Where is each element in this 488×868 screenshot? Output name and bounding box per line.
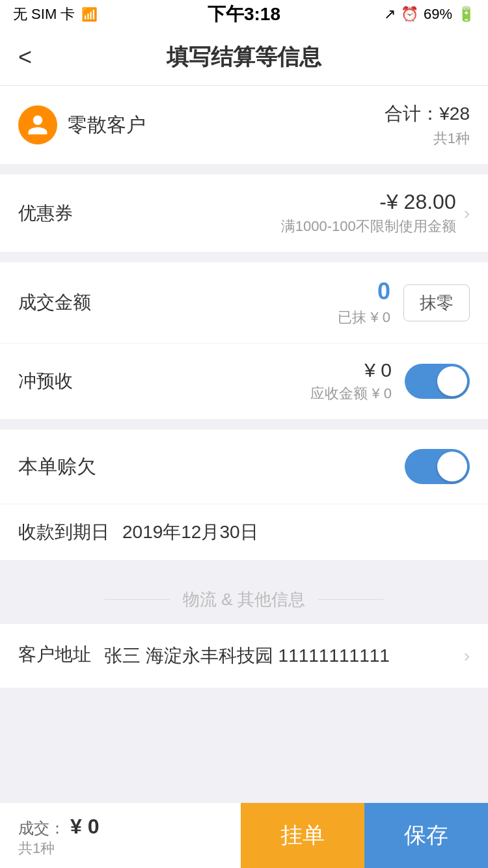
coupon-value: -¥ 28.00 满1000-100不限制使用金额 bbox=[281, 190, 456, 236]
charge-sub: 应收金额 ¥ 0 bbox=[310, 384, 392, 403]
battery-icon: 🔋 bbox=[457, 6, 475, 23]
charge-row: 冲预收 ¥ 0 应收金额 ¥ 0 bbox=[0, 343, 488, 419]
charge-value-wrap: ¥ 0 应收金额 ¥ 0 bbox=[310, 359, 392, 403]
round-zero-button[interactable]: 抹零 bbox=[403, 284, 470, 321]
charge-label: 冲预收 bbox=[18, 369, 73, 394]
discount-amount: -¥ 28.00 bbox=[281, 190, 456, 214]
carrier-label: 无 SIM 卡 bbox=[13, 5, 75, 24]
deal-sub: 已抹 ¥ 0 bbox=[338, 308, 390, 327]
coupon-section: 优惠券 -¥ 28.00 满1000-100不限制使用金额 › bbox=[0, 174, 488, 252]
debt-row: 本单赊欠 bbox=[0, 429, 488, 504]
debt-toggle[interactable] bbox=[405, 449, 470, 484]
location-icon: ↗ bbox=[384, 6, 396, 23]
logistics-label: 物流 & 其他信息 bbox=[105, 588, 383, 611]
due-date-row[interactable]: 收款到期日 2019年12月30日 bbox=[0, 504, 488, 560]
total-amount: 合计：¥28 bbox=[385, 102, 470, 126]
customer-section: 零散客户 合计：¥28 共1种 bbox=[0, 86, 488, 164]
bottom-deal-label: 成交： bbox=[18, 818, 65, 839]
nav-bar: < 填写结算等信息 bbox=[0, 29, 488, 86]
deal-amount-label: 成交金额 bbox=[18, 290, 91, 315]
status-right: ↗ ⏰ 69% 🔋 bbox=[384, 6, 475, 23]
back-button[interactable]: < bbox=[18, 44, 32, 71]
bottom-bar: 成交： ¥ 0 共1种 挂单 保存 bbox=[0, 803, 488, 868]
due-date-value: 2019年12月30日 bbox=[122, 520, 258, 545]
save-button[interactable]: 保存 bbox=[364, 803, 488, 868]
alarm-icon: ⏰ bbox=[401, 6, 418, 23]
address-label: 客户地址 bbox=[18, 642, 91, 667]
charge-right: ¥ 0 应收金额 ¥ 0 bbox=[310, 359, 470, 403]
logistics-divider: 物流 & 其他信息 bbox=[0, 571, 488, 624]
wifi-icon: 📶 bbox=[81, 7, 98, 22]
bottom-info: 成交： ¥ 0 共1种 bbox=[0, 813, 241, 858]
chevron-right-icon: › bbox=[464, 203, 470, 224]
debt-toggle-knob bbox=[437, 452, 467, 481]
due-date-label: 收款到期日 bbox=[18, 520, 109, 545]
deal-value-wrap: 0 已抹 ¥ 0 bbox=[338, 278, 390, 327]
charge-value: ¥ 0 bbox=[310, 359, 392, 381]
customer-total: 合计：¥28 共1种 bbox=[385, 102, 470, 148]
customer-row: 零散客户 合计：¥28 共1种 bbox=[0, 86, 488, 164]
coupon-row[interactable]: 优惠券 -¥ 28.00 满1000-100不限制使用金额 › bbox=[0, 174, 488, 252]
deal-amount-row: 成交金额 0 已抹 ¥ 0 抹零 bbox=[0, 262, 488, 343]
page-title: 填写结算等信息 bbox=[167, 42, 321, 72]
bottom-count: 共1种 bbox=[18, 839, 223, 858]
address-value: 张三 海淀永丰科技园 11111111111 bbox=[104, 642, 390, 670]
main-content: 零散客户 合计：¥28 共1种 优惠券 -¥ 28.00 满1000-100不限… bbox=[0, 86, 488, 770]
debt-label: 本单赊欠 bbox=[18, 454, 96, 480]
status-left: 无 SIM 卡 📶 bbox=[13, 5, 98, 24]
avatar bbox=[18, 105, 57, 144]
coupon-label: 优惠券 bbox=[18, 201, 73, 226]
address-chevron-icon: › bbox=[464, 645, 470, 666]
deal-section: 成交金额 0 已抹 ¥ 0 抹零 冲预收 ¥ 0 应收金额 ¥ 0 bbox=[0, 262, 488, 419]
coupon-right: -¥ 28.00 满1000-100不限制使用金额 › bbox=[281, 190, 470, 236]
customer-left: 零散客户 bbox=[18, 105, 146, 144]
logistics-text: 物流 & 其他信息 bbox=[183, 588, 305, 611]
deal-right: 0 已抹 ¥ 0 抹零 bbox=[338, 278, 470, 327]
address-section[interactable]: 客户地址 张三 海淀永丰科技园 11111111111 › bbox=[0, 624, 488, 688]
hang-button[interactable]: 挂单 bbox=[241, 803, 364, 868]
bottom-deal-amount: ¥ 0 bbox=[70, 815, 99, 839]
charge-toggle[interactable] bbox=[405, 364, 470, 399]
total-count: 共1种 bbox=[385, 129, 470, 148]
person-icon bbox=[26, 113, 49, 137]
status-bar: 无 SIM 卡 📶 下午3:18 ↗ ⏰ 69% 🔋 bbox=[0, 0, 488, 29]
debt-section: 本单赊欠 收款到期日 2019年12月30日 bbox=[0, 429, 488, 560]
customer-name: 零散客户 bbox=[68, 112, 146, 139]
battery-label: 69% bbox=[424, 6, 452, 23]
status-time: 下午3:18 bbox=[208, 2, 280, 27]
address-left: 客户地址 张三 海淀永丰科技园 11111111111 bbox=[18, 642, 390, 670]
discount-desc: 满1000-100不限制使用金额 bbox=[281, 217, 456, 236]
toggle-knob bbox=[437, 366, 467, 396]
deal-value: 0 bbox=[338, 278, 390, 305]
